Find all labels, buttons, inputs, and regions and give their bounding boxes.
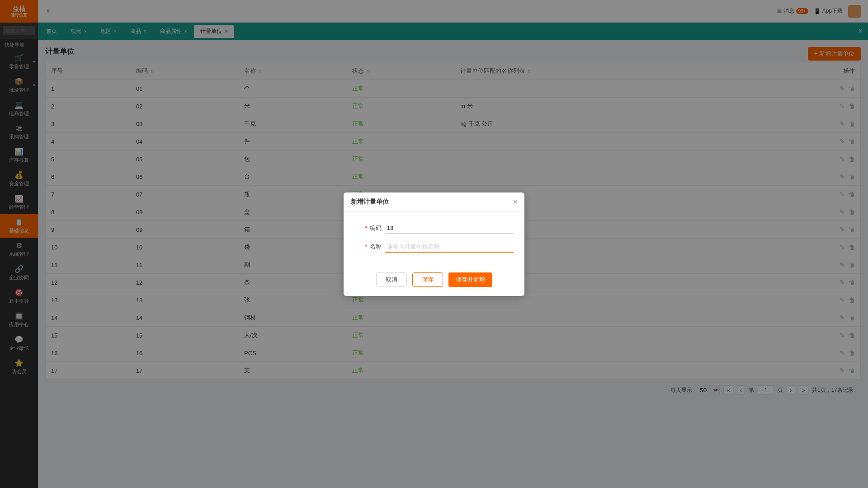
dialog-overlay[interactable]: 新增计量单位 × * 编码 * 名称 取消 保存 保存并新增	[0, 0, 868, 488]
code-label: * 编码	[354, 224, 382, 232]
dialog-header: 新增计量单位 ×	[344, 192, 524, 212]
dialog-title: 新增计量单位	[351, 198, 389, 206]
cancel-button[interactable]: 取消	[376, 272, 407, 287]
code-input[interactable]	[385, 223, 514, 234]
code-field-row: * 编码	[354, 223, 514, 234]
dialog-footer: 取消 保存 保存并新增	[344, 267, 524, 296]
save-and-add-button[interactable]: 保存并新增	[448, 272, 492, 287]
name-input[interactable]	[385, 241, 514, 253]
save-button[interactable]: 保存	[412, 272, 443, 287]
name-label: * 名称	[354, 243, 382, 251]
dialog-body: * 编码 * 名称	[344, 212, 524, 267]
dialog-close-btn[interactable]: ×	[513, 198, 517, 206]
add-unit-dialog: 新增计量单位 × * 编码 * 名称 取消 保存 保存并新增	[344, 192, 524, 296]
name-field-row: * 名称	[354, 241, 514, 253]
